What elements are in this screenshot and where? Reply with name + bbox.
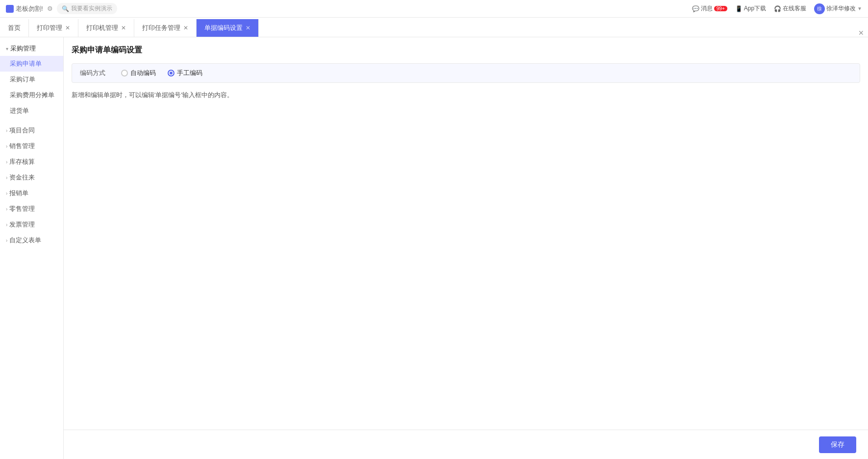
radio-auto-label: 自动编码 (130, 69, 156, 77)
sidebar-label-expense-claim: 报销单 (9, 189, 28, 198)
tab-encoding-settings[interactable]: 单据编码设置 ✕ (197, 19, 259, 37)
sidebar-item-expense-claim[interactable]: › 报销单 (0, 185, 63, 201)
tab-encoding-settings-label: 单据编码设置 (204, 24, 243, 32)
save-button[interactable]: 保存 (819, 436, 856, 453)
tab-close-printer-management[interactable]: ✕ (121, 25, 126, 31)
sidebar-item-stock-in[interactable]: 进货单 (0, 103, 63, 119)
sidebar-item-inventory[interactable]: › 库存核算 (0, 154, 63, 170)
main-layout: ▾ 采购管理 采购申请单 采购订单 采购费用分摊单 进货单 › 项目合同 › 销… (0, 37, 868, 459)
tab-close-encoding-settings[interactable]: ✕ (246, 25, 250, 31)
sidebar-item-project-contract[interactable]: › 项目合同 (0, 123, 63, 138)
sidebar-label-sales-management: 销售管理 (9, 142, 35, 151)
sidebar-item-purchase-request[interactable]: 采购申请单 (0, 56, 63, 72)
settings-icon[interactable]: ⚙ (47, 5, 53, 12)
page-title: 采购申请单编码设置 (72, 45, 860, 55)
content-area: 采购申请单编码设置 编码方式 自动编码 手工编码 新增和编辑单据时，可以编辑'单… (64, 37, 868, 459)
arrow-right-icon-8: › (6, 238, 7, 243)
radio-auto-encoding[interactable]: 自动编码 (121, 69, 156, 77)
sidebar: ▾ 采购管理 采购申请单 采购订单 采购费用分摊单 进货单 › 项目合同 › 销… (0, 37, 64, 459)
encoding-label: 编码方式 (80, 69, 105, 77)
sidebar-item-purchase-order[interactable]: 采购订单 (0, 72, 63, 87)
radio-manual-encoding[interactable]: 手工编码 (168, 69, 202, 77)
sidebar-group-title-procurement[interactable]: ▾ 采购管理 (0, 41, 63, 56)
tab-printer-management[interactable]: 打印机管理 ✕ (78, 19, 134, 37)
content-main: 采购申请单编码设置 编码方式 自动编码 手工编码 新增和编辑单据时，可以编辑'单… (64, 37, 868, 430)
sidebar-label-invoice: 发票管理 (9, 220, 35, 229)
logo-text: 老板勿割! (16, 4, 43, 13)
app-logo: 老板勿割! (6, 4, 43, 13)
tab-close-print-management[interactable]: ✕ (65, 25, 70, 31)
radio-manual-label: 手工编码 (177, 69, 202, 77)
sidebar-item-invoice[interactable]: › 发票管理 (0, 217, 63, 232)
radio-manual-icon (168, 70, 174, 76)
search-icon: 🔍 (62, 5, 69, 12)
sidebar-item-purchase-expense[interactable]: 采购费用分摊单 (0, 87, 63, 103)
arrow-right-icon-3: › (6, 159, 7, 165)
online-service-button[interactable]: 🎧 在线客服 (774, 4, 806, 13)
radio-auto-icon (121, 70, 128, 76)
bottom-bar: 保存 (64, 430, 868, 459)
arrow-right-icon-4: › (6, 175, 7, 180)
message-button[interactable]: 💬 消息 99+ (692, 4, 727, 13)
user-profile[interactable]: 徐 徐泽华修改 ▼ (814, 3, 862, 14)
sidebar-item-custom-form[interactable]: › 自定义表单 (0, 232, 63, 248)
sidebar-item-label-purchase-request: 采购申请单 (10, 60, 42, 67)
message-label: 消息 (701, 4, 713, 13)
sidebar-label-project-contract: 项目合同 (9, 126, 35, 135)
close-page-icon[interactable]: ✕ (858, 29, 864, 37)
tab-printer-management-label: 打印机管理 (86, 24, 118, 32)
app-download-button[interactable]: 📱 App下载 (735, 4, 766, 13)
message-icon: 💬 (692, 5, 699, 12)
search-text: 我要看实例演示 (71, 4, 112, 13)
sidebar-item-label-stock-in: 进货单 (10, 107, 29, 114)
sidebar-item-capital[interactable]: › 资金往来 (0, 170, 63, 185)
tab-print-management-label: 打印管理 (37, 24, 62, 32)
sidebar-label-retail: 零售管理 (9, 204, 35, 213)
tabs-bar: 首页 打印管理 ✕ 打印机管理 ✕ 打印任务管理 ✕ 单据编码设置 ✕ ✕ (0, 18, 868, 37)
tab-home[interactable]: 首页 (0, 19, 29, 37)
arrow-right-icon-6: › (6, 206, 7, 212)
app-icon: 📱 (735, 5, 743, 12)
sidebar-label-capital: 资金往来 (9, 173, 35, 182)
tab-print-task-management[interactable]: 打印任务管理 ✕ (134, 19, 197, 37)
sidebar-group-procurement: ▾ 采购管理 采购申请单 采购订单 采购费用分摊单 进货单 (0, 37, 63, 123)
service-icon: 🎧 (774, 5, 781, 12)
encoding-section: 编码方式 自动编码 手工编码 (72, 63, 860, 83)
sidebar-item-retail[interactable]: › 零售管理 (0, 201, 63, 217)
tab-home-label: 首页 (8, 24, 21, 32)
search-bar[interactable]: 🔍 我要看实例演示 (57, 3, 117, 14)
arrow-right-icon-7: › (6, 222, 7, 228)
tab-close-print-task-management[interactable]: ✕ (183, 25, 188, 31)
online-service-label: 在线客服 (783, 4, 806, 13)
logo-icon (6, 5, 14, 13)
top-bar-right: 💬 消息 99+ 📱 App下载 🎧 在线客服 徐 徐泽华修改 ▼ (692, 3, 862, 14)
arrow-right-icon-5: › (6, 191, 7, 196)
sidebar-item-sales-management[interactable]: › 销售管理 (0, 138, 63, 154)
top-bar-left: 老板勿割! ⚙ 🔍 我要看实例演示 (6, 3, 117, 14)
arrow-icon: ▾ (6, 46, 8, 51)
chevron-down-icon: ▼ (857, 6, 862, 11)
message-badge: 99+ (714, 6, 727, 11)
arrow-right-icon-2: › (6, 144, 7, 149)
sidebar-group-label-procurement: 采购管理 (10, 44, 36, 53)
arrow-right-icon: › (6, 128, 7, 133)
avatar: 徐 (814, 3, 825, 14)
user-name: 徐泽华修改 (826, 4, 856, 13)
tab-print-management[interactable]: 打印管理 ✕ (29, 19, 78, 37)
sidebar-label-inventory: 库存核算 (9, 157, 35, 166)
app-download-label: App下载 (744, 4, 766, 13)
top-bar: 老板勿割! ⚙ 🔍 我要看实例演示 💬 消息 99+ 📱 App下载 🎧 在线客… (0, 0, 868, 18)
sidebar-item-label-purchase-expense: 采购费用分摊单 (10, 91, 54, 99)
info-text: 新增和编辑单据时，可以编辑'单据编号'输入框中的内容。 (72, 91, 860, 100)
sidebar-label-custom-form: 自定义表单 (9, 236, 41, 245)
tab-print-task-management-label: 打印任务管理 (142, 24, 180, 32)
sidebar-item-label-purchase-order: 采购订单 (10, 76, 35, 83)
